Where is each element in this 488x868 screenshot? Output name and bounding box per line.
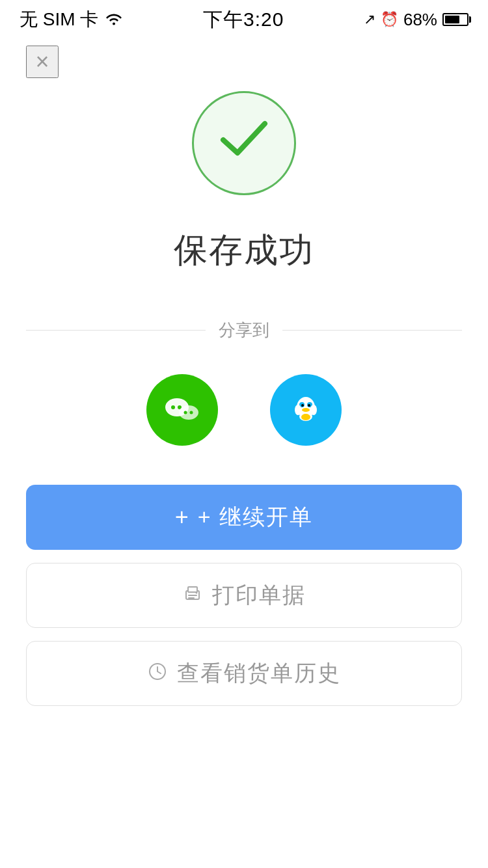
status-time: 下午3:20 — [203, 7, 284, 33]
svg-rect-17 — [188, 587, 197, 592]
divider-right — [282, 330, 462, 331]
location-icon: ↗ — [364, 11, 375, 28]
share-divider: 分享到 — [26, 319, 462, 342]
share-icons — [26, 374, 462, 446]
close-icon: × — [35, 50, 49, 74]
checkmark-icon — [218, 116, 270, 168]
svg-point-9 — [301, 404, 304, 407]
print-button-label: 打印单据 — [212, 580, 306, 610]
wechat-share-button[interactable] — [146, 374, 218, 446]
battery-icon — [442, 13, 468, 26]
status-right: ↗ ⏰ 68% — [364, 10, 468, 30]
svg-point-4 — [183, 411, 187, 414]
print-icon — [182, 583, 203, 608]
continue-button-label: + 继续开单 — [198, 502, 313, 532]
status-bar: 无 SIM 卡 下午3:20 ↗ ⏰ 68% — [0, 0, 488, 39]
qq-share-button[interactable] — [270, 374, 342, 446]
svg-point-20 — [196, 591, 198, 593]
svg-point-10 — [308, 404, 310, 407]
continue-button[interactable]: + + 继续开单 — [26, 485, 462, 550]
share-label: 分享到 — [206, 319, 282, 342]
close-button[interactable]: × — [26, 46, 59, 78]
share-section: 分享到 — [0, 319, 488, 446]
svg-point-11 — [302, 408, 310, 412]
history-button-label: 查看销货单历史 — [177, 658, 341, 688]
history-button[interactable]: 查看销货单历史 — [26, 641, 462, 706]
svg-rect-19 — [188, 597, 195, 599]
alarm-icon: ⏰ — [381, 11, 398, 28]
success-circle — [192, 91, 296, 195]
sim-text: 无 SIM 卡 — [20, 7, 98, 32]
print-button[interactable]: 打印单据 — [26, 563, 462, 628]
action-buttons: + + 继续开单 打印单据 — [0, 485, 488, 706]
divider-left — [26, 330, 206, 331]
svg-point-1 — [171, 405, 175, 409]
wifi-icon — [105, 10, 123, 30]
svg-point-13 — [310, 405, 317, 415]
svg-point-12 — [295, 405, 301, 415]
history-icon — [147, 661, 168, 686]
success-title: 保存成功 — [174, 228, 314, 273]
svg-point-5 — [189, 411, 193, 414]
svg-point-3 — [179, 405, 198, 420]
main-content: 保存成功 分享到 — [0, 39, 488, 706]
svg-rect-18 — [188, 595, 197, 596]
battery-text: 68% — [403, 10, 437, 30]
plus-icon: + — [175, 504, 189, 531]
svg-point-15 — [301, 414, 310, 420]
status-left: 无 SIM 卡 — [20, 7, 123, 32]
